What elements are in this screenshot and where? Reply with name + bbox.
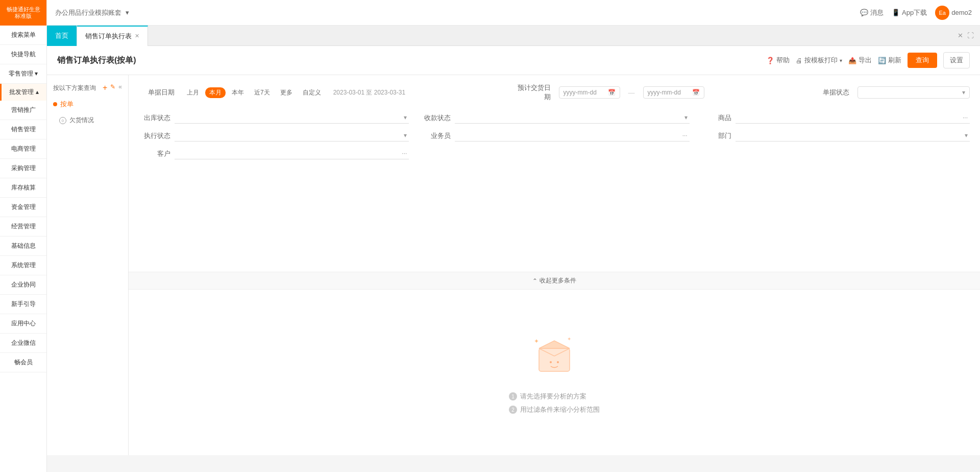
scheme-credit[interactable]: ○ 欠货情况 (47, 113, 128, 128)
collapse-panel-icon[interactable]: « (118, 83, 122, 92)
svg-point-4 (550, 361, 552, 363)
app-logo: 畅捷通好生意 标准版 (0, 0, 46, 26)
department-label: 部门 (700, 131, 736, 140)
sidebar-item-marketing[interactable]: 营销推广 (0, 101, 46, 120)
left-panel: 按以下方案查询 + ✎ « 按单 ○ 欠货情况 (47, 75, 129, 455)
date-tab-last-month[interactable]: 上月 (183, 87, 203, 98)
close-window-icon[interactable]: ✕ (958, 32, 963, 39)
download-icon: 📱 (892, 9, 900, 16)
export-button[interactable]: 📤 导出 (848, 56, 872, 65)
expected-date-to-input[interactable]: yyyy-mm-dd 📅 (643, 86, 704, 99)
tab-home[interactable]: 首页 (47, 26, 77, 46)
collapse-bar[interactable]: ⌃ 收起更多条件 (129, 272, 980, 290)
date-tab-last7[interactable]: 近7天 (250, 87, 274, 98)
svg-point-5 (557, 361, 559, 363)
collapse-icon: ▴ (36, 88, 39, 96)
customer-label: 客户 (139, 149, 175, 158)
customer-select[interactable]: ··· (175, 148, 409, 159)
sidebar-item-sales[interactable]: 销售管理 (0, 120, 46, 139)
app-download-label: App下载 (902, 8, 927, 17)
sidebar-item-retail[interactable]: 零售管理 ▾ (0, 64, 46, 84)
exec-arrow-icon: ▾ (404, 132, 407, 139)
expected-date-from-input[interactable]: yyyy-mm-dd 📅 (559, 86, 620, 99)
template-print-button[interactable]: 🖨 按模板打印 ▾ (796, 56, 842, 65)
user-area[interactable]: Ea demo2 (935, 6, 972, 20)
breadcrumb-area: 办公用品行业模拟账套 ▾ (55, 8, 129, 17)
add-scheme-icon[interactable]: + (103, 83, 107, 92)
status-select[interactable]: ▾ (857, 86, 970, 99)
window-controls: ✕ ⛶ (958, 32, 980, 39)
sidebar-item-search[interactable]: 搜索菜单 (0, 26, 46, 45)
page-header: 销售订单执行表(按单) ❓ 帮助 🖨 按模板打印 ▾ 📤 导出 🔄 刷新 (47, 46, 980, 75)
delivery-arrow-icon: ▾ (404, 114, 407, 121)
exec-status-select[interactable]: ▾ (175, 130, 409, 141)
empty-tip-1: 1 请先选择要分析的方案 (509, 392, 600, 401)
print-icon: 🖨 (796, 57, 802, 64)
sidebar-item-basic[interactable]: 基础信息 (0, 237, 46, 256)
sidebar-item-ecommerce[interactable]: 电商管理 (0, 139, 46, 159)
scheme-by-order[interactable]: 按单 (47, 96, 128, 113)
tab-sales-order[interactable]: 销售订单执行表 ✕ (77, 26, 148, 46)
delivery-status-select[interactable]: ▾ (175, 112, 409, 124)
salesperson-label: 业务员 (419, 131, 455, 140)
settings-label: 设置 (950, 56, 963, 65)
salesperson-select[interactable]: ··· (455, 130, 689, 141)
date-tab-this-year[interactable]: 本年 (228, 87, 248, 98)
exec-status-label: 执行状态 (139, 131, 175, 140)
scheme-header-label: 按以下方案查询 (53, 84, 96, 92)
credit-circle-icon: ○ (59, 117, 66, 124)
filter-row-3: 执行状态 ▾ 业务员 (139, 127, 970, 145)
help-label: 帮助 (776, 56, 790, 65)
tab-close-icon[interactable]: ✕ (135, 33, 139, 39)
sidebar-item-corp[interactable]: 企业协同 (0, 275, 46, 295)
avatar: Ea (935, 6, 949, 20)
product-select[interactable]: ··· (736, 112, 970, 124)
sidebar-item-system[interactable]: 系统管理 (0, 256, 46, 275)
svg-marker-1 (539, 341, 570, 348)
maximize-window-icon[interactable]: ⛶ (967, 32, 974, 39)
settings-button[interactable]: 设置 (943, 52, 970, 68)
help-icon: ❓ (766, 57, 774, 64)
sidebar-item-operation[interactable]: 经营管理 (0, 217, 46, 237)
calendar-from-icon: 📅 (608, 89, 616, 96)
sidebar-item-vip[interactable]: 畅会员 (0, 353, 46, 372)
sidebar-item-wechat[interactable]: 企业微信 (0, 334, 46, 353)
template-print-label: 按模板打印 (804, 56, 838, 65)
sidebar-item-newbie[interactable]: 新手引导 (0, 295, 46, 314)
customer-control: ··· (175, 148, 409, 159)
sidebar-item-wholesale[interactable]: 批发管理 ▴ (0, 84, 46, 101)
svg-text:✦: ✦ (534, 338, 539, 345)
date-tab-custom[interactable]: 自定义 (299, 87, 325, 98)
tip-number-2: 2 (509, 406, 517, 414)
right-panel: 单据日期 上月 本月 本年 近7天 更多 自定义 2023-03-01 至 20… (129, 75, 980, 455)
sidebar-item-finance[interactable]: 资金管理 (0, 198, 46, 217)
payment-status-control: ▾ (455, 112, 689, 124)
sidebar-item-purchase[interactable]: 采购管理 (0, 159, 46, 178)
expected-date-label: 预计交货日期 (515, 83, 551, 102)
query-button[interactable]: 查询 (908, 53, 937, 68)
refresh-button[interactable]: 🔄 刷新 (878, 56, 901, 65)
customer-cell: 客户 ··· (139, 145, 409, 162)
expected-date-from-placeholder: yyyy-mm-dd (564, 89, 597, 96)
expand-icon: ▾ (35, 70, 38, 77)
date-tab-more[interactable]: 更多 (276, 87, 297, 98)
department-select[interactable]: ▾ (736, 130, 970, 141)
help-button[interactable]: ❓ 帮助 (766, 56, 790, 65)
calendar-to-icon: 📅 (692, 89, 700, 96)
payment-status-select[interactable]: ▾ (455, 112, 689, 124)
payment-status-label: 收款状态 (419, 113, 455, 123)
sidebar-item-inventory[interactable]: 库存核算 (0, 178, 46, 198)
sidebar-item-app-center[interactable]: 应用中心 (0, 314, 46, 334)
edit-scheme-icon[interactable]: ✎ (110, 83, 115, 92)
app-download-button[interactable]: 📱 App下载 (892, 8, 927, 17)
message-button[interactable]: 💬 消息 (860, 8, 884, 17)
product-cell: 商品 ··· (700, 109, 970, 127)
date-tab-this-month[interactable]: 本月 (205, 87, 226, 98)
breadcrumb-arrow-icon[interactable]: ▾ (126, 9, 129, 16)
scheme-by-order-label: 按单 (60, 100, 74, 109)
department-cell: 部门 ▾ (700, 127, 970, 145)
breadcrumb: 办公用品行业模拟账套 (55, 8, 121, 17)
filter-row-1: 单据日期 上月 本月 本年 近7天 更多 自定义 2023-03-01 至 20… (139, 83, 970, 102)
scheme-icons: + ✎ « (103, 83, 122, 92)
sidebar-item-quick-nav[interactable]: 快捷导航 (0, 45, 46, 64)
